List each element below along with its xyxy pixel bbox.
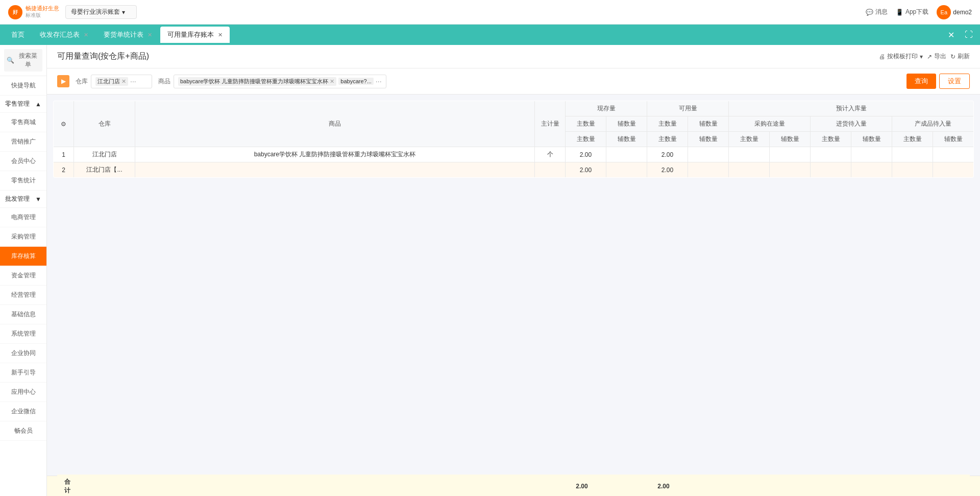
cell-unit: 个 [535,147,566,162]
industry-selector[interactable]: 母婴行业演示账套 ▾ [65,5,137,19]
sidebar-item-retail-mall[interactable]: 零售商城 [0,113,46,132]
sidebar-item-marketing[interactable]: 营销推广 [0,132,46,152]
cell-available-sub [688,147,729,162]
chevron-down-icon: ▾ [122,9,125,16]
tab-receive-pay[interactable]: 收发存汇总表 ✕ [33,27,95,43]
page-actions: 🖨 按模板打印 ▾ ↗ 导出 ↻ 刷新 [879,52,970,61]
close-tab-available-stock[interactable]: ✕ [218,32,223,38]
remove-product-tag-1[interactable]: ✕ [330,78,334,85]
top-bar-left: 好 畅捷通好生意 标准版 母婴行业演示账套 ▾ [8,5,137,19]
th-product: 商品 [135,101,535,147]
th-a-sub-qty: 辅数量 [688,132,729,147]
close-all-tabs-button[interactable]: ✕ [945,29,958,41]
th-available-sub: 辅数量 [688,116,729,132]
subtotal-available-main: 2.00 [647,162,688,178]
sidebar-item-quick-nav[interactable]: 快捷导航 [0,76,46,96]
print-button[interactable]: 🖨 按模板打印 ▾ [879,52,923,61]
subtotal-available-sub [688,162,729,178]
export-button[interactable]: ↗ 导出 [927,52,946,61]
settings-button[interactable]: 设置 [939,74,970,89]
total-current-sub [602,475,643,497]
logo-icon: 好 [8,5,22,19]
subtotal-seq: 2 [54,162,74,178]
sidebar-item-operation[interactable]: 经营管理 [0,286,46,305]
total-table: 合计 2.00 2.00 [57,475,970,497]
close-tab-order-stats[interactable]: ✕ [148,32,152,38]
tab-order-stats[interactable]: 要货单统计表 ✕ [96,27,159,43]
th-current-sub: 辅数量 [606,116,647,132]
cell-seq: 1 [54,147,74,162]
total-in-sub [847,475,888,497]
data-table: ⚙ 仓库 商品 主计量 现存量 可用量 预计入库量 主数量 辅数量 主数量 辅数… [53,101,974,178]
tab-home[interactable]: 首页 [4,27,32,43]
query-button[interactable]: 查询 [906,74,936,89]
th-incoming: 进货待入量 [811,116,892,132]
sidebar-item-guide[interactable]: 新手引导 [0,363,46,383]
total-available-main: 2.00 [643,475,684,497]
sidebar-item-system[interactable]: 系统管理 [0,324,46,344]
sidebar-item-inventory[interactable]: 库存核算 [0,247,46,266]
th-current-stock: 现存量 [566,101,647,116]
cell-current-main: 2.00 [566,147,606,162]
th-fin-sub: 辅数量 [933,132,974,147]
top-bar-right: 💬 消息 📱 App下载 Ea demo2 [866,5,972,19]
export-icon: ↗ [927,53,932,60]
tab-available-stock[interactable]: 可用量库存账本 ✕ [160,27,230,43]
sidebar-item-purchase[interactable]: 采购管理 [0,227,46,247]
filter-bar: ▶ 仓库 江北门店 ✕ ··· 商品 babycare学饮杯 儿童防摔防撞吸管杯… [47,68,980,95]
subtotal-fin-sub [933,162,974,178]
fullscreen-button[interactable]: ⛶ [962,29,976,40]
total-fin-main [888,475,929,497]
page-header: 可用量查询(按仓库+商品) 🖨 按模板打印 ▾ ↗ 导出 ↻ 刷新 [47,45,980,68]
sidebar-item-wholesale[interactable]: 批发管理 ▼ [0,191,46,208]
message-icon: 💬 [866,9,873,16]
total-warehouse-cell [78,475,139,497]
sidebar-item-wechat[interactable]: 企业微信 [0,402,46,421]
table-area: ⚙ 仓库 商品 主计量 现存量 可用量 预计入库量 主数量 辅数量 主数量 辅数… [47,95,980,476]
sidebar-item-retail-stats[interactable]: 零售统计 [0,171,46,191]
gear-icon[interactable]: ⚙ [61,121,66,128]
user-area[interactable]: Ea demo2 [937,5,972,19]
warehouse-label: 仓库 [76,77,88,86]
chevron-up-icon: ▲ [35,101,41,108]
total-available-sub [684,475,725,497]
logo-text-group: 畅捷通好生意 标准版 [26,5,59,19]
sidebar-item-retail[interactable]: 零售管理 ▲ [0,96,46,113]
product-more-icon[interactable]: ··· [376,77,382,85]
filter-actions: 查询 设置 [906,74,970,89]
remove-warehouse-tag[interactable]: ✕ [121,78,126,85]
sidebar-item-enterprise[interactable]: 企业协同 [0,344,46,363]
nav-tabs: 首页 收发存汇总表 ✕ 要货单统计表 ✕ 可用量库存账本 ✕ ✕ ⛶ [0,25,980,45]
th-warehouse: 仓库 [74,101,135,147]
warehouse-filter: 仓库 江北门店 ✕ ··· [76,75,152,88]
product-input[interactable]: babycare学饮杯 儿童防摔防撞吸管杯重力球吸嘴杯宝宝水杯 ✕ babyca… [174,75,386,88]
app-download-button[interactable]: 📱 App下载 [896,8,928,16]
sidebar-item-ecommerce[interactable]: 电商管理 [0,208,46,227]
sidebar-item-finance[interactable]: 资金管理 [0,266,46,286]
refresh-button[interactable]: ↻ 刷新 [950,52,970,61]
warehouse-input[interactable]: 江北门店 ✕ ··· [91,75,152,88]
th-c-main-qty: 主数量 [566,132,606,147]
message-button[interactable]: 💬 消息 [866,8,888,16]
close-tab-receive-pay[interactable]: ✕ [84,32,88,38]
cell-in-sub [851,147,892,162]
logo-text: 畅捷通好生意 [26,5,59,12]
sidebar-item-vip[interactable]: 畅会员 [0,421,46,441]
more-options-icon[interactable]: ··· [130,77,136,85]
total-fin-sub [929,475,970,497]
th-gear: ⚙ [54,101,74,147]
nav-tabs-right: ✕ ⛶ [945,29,976,41]
sidebar-item-basic[interactable]: 基础信息 [0,305,46,324]
search-menu-button[interactable]: 🔍 搜索菜单 [4,49,42,72]
filter-toggle-button[interactable]: ▶ [57,75,69,87]
print-icon: 🖨 [879,53,885,60]
sidebar-item-app-center[interactable]: 应用中心 [0,383,46,402]
product-tag-2: babycare?... [338,78,374,85]
subtotal-pt-main [729,162,770,178]
chevron-down-icon: ▾ [920,53,923,60]
product-tag-1: babycare学饮杯 儿童防摔防撞吸管杯重力球吸嘴杯宝宝水杯 ✕ [178,77,336,86]
th-finished-pending: 产成品待入量 [892,116,974,132]
sidebar-item-member[interactable]: 会员中心 [0,152,46,171]
footer-total: 合计 2.00 2.00 [47,476,980,496]
th-available: 可用量 [647,101,729,116]
